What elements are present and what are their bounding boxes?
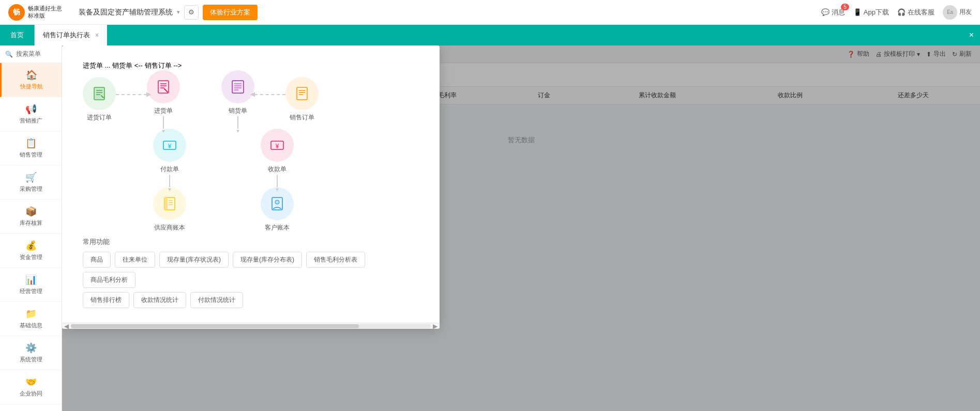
app-download-label: App下载 bbox=[864, 8, 889, 17]
flow-row3: 供应商账本 bbox=[83, 187, 419, 232]
func-btn-partner[interactable]: 往来单位 bbox=[115, 252, 155, 268]
inventory-icon: 📦 bbox=[25, 206, 37, 217]
header-middle: 装备及固定资产辅助管理系统 ▾ ⚙ 体验行业方案 bbox=[70, 5, 821, 20]
node-label-payment: 付款单 bbox=[160, 165, 179, 174]
svg-text:¥: ¥ bbox=[168, 143, 172, 150]
user-menu[interactable]: Ea 用友 bbox=[943, 5, 972, 20]
sidebar-item-inventory[interactable]: 📦 库存核算 bbox=[0, 200, 62, 234]
message-icon: 💬 bbox=[821, 8, 830, 16]
svg-point-27 bbox=[275, 200, 279, 204]
node-label-receipt: 收款单 bbox=[268, 165, 287, 174]
service-icon: 🎧 bbox=[897, 8, 906, 16]
message-badge: 5 bbox=[841, 4, 849, 10]
enterprise-icon: 🤝 bbox=[25, 376, 37, 388]
settings-button[interactable]: ⚙ bbox=[184, 5, 199, 20]
sidebar-item-sales[interactable]: 📋 销售管理 bbox=[0, 131, 62, 165]
col-supplier-ledger: 供应商账本 bbox=[153, 187, 186, 232]
col-purchase-order: 进货订单 bbox=[83, 77, 116, 122]
flow-diagram: 进货单 ... 销货单 <-- 销售订单 --> bbox=[83, 61, 419, 232]
search-menu[interactable]: 🔍 搜索菜单 bbox=[0, 45, 62, 63]
spacer-arrow bbox=[116, 129, 153, 187]
arrow-dashed-rev bbox=[254, 94, 285, 95]
node-label-customer-ledger: 客户账本 bbox=[265, 223, 290, 232]
modal-box: 进货单 ... 销货单 <-- 销售订单 --> bbox=[62, 45, 440, 329]
sidebar-item-system[interactable]: ⚙️ 系统管理 bbox=[0, 336, 62, 370]
user-initial: Ea bbox=[947, 9, 953, 15]
func-btn-payment-stats[interactable]: 付款情况统计 bbox=[190, 292, 243, 308]
scrollbar-track[interactable] bbox=[71, 324, 431, 328]
func-btn-sales-profit[interactable]: 销售毛利分析表 bbox=[306, 252, 365, 268]
func-btn-sales-ranking[interactable]: 销售排行榜 bbox=[83, 292, 129, 308]
tab-label: 销售订单执行表 bbox=[43, 31, 90, 40]
search-icon: 🔍 bbox=[5, 51, 13, 58]
modal-content: 进货单 ... 销货单 <-- 销售订单 --> bbox=[62, 45, 440, 323]
app-download-button[interactable]: 📱 App下载 bbox=[853, 8, 889, 17]
sidebar: 🔍 搜索菜单 🏠 快捷导航 📢 营销推广 📋 销售管理 🛒 采购管理 📦 库存核… bbox=[0, 45, 62, 411]
basic-info-icon: 📁 bbox=[25, 308, 37, 319]
sidebar-item-operations[interactable]: 📊 经营管理 bbox=[0, 268, 62, 302]
tab-close-button[interactable]: × bbox=[95, 32, 99, 39]
close-all-button[interactable]: × bbox=[969, 31, 974, 40]
tab-sales-order[interactable]: 销售订单执行表 × bbox=[35, 25, 107, 45]
user-label: 用友 bbox=[959, 8, 972, 17]
circle-sales-bill bbox=[221, 70, 254, 103]
func-btn-receipt-stats[interactable]: 收款情况统计 bbox=[133, 292, 186, 308]
v-arrow bbox=[237, 116, 238, 129]
sidebar-item-label: 采购管理 bbox=[20, 185, 42, 193]
sidebar-item-marketing[interactable]: 📢 营销推广 bbox=[0, 97, 62, 131]
node-label-supplier-ledger: 供应商账本 bbox=[154, 223, 185, 232]
sidebar-item-label: 基础信息 bbox=[20, 322, 42, 329]
col-payment: ¥ 付款单 bbox=[153, 129, 186, 187]
spacer-arrow2 bbox=[116, 187, 153, 232]
sidebar-item-label: 企业协同 bbox=[20, 390, 42, 398]
v-arrow bbox=[277, 175, 278, 187]
scrollbar-thumb bbox=[71, 324, 359, 328]
arrow-down-rec bbox=[277, 175, 278, 187]
arrow-down-pb bbox=[163, 116, 164, 129]
flow-row1: 进货订单 bbox=[83, 70, 419, 129]
spacer-left bbox=[83, 129, 116, 187]
sidebar-item-label: 库存核算 bbox=[20, 219, 42, 227]
sidebar-item-label: 营销推广 bbox=[20, 117, 42, 125]
quick-nav-icon: 🏠 bbox=[26, 69, 37, 81]
scroll-right-arrow[interactable]: ▶ bbox=[433, 323, 438, 329]
node-purchase-bill: 进货单 bbox=[147, 70, 180, 115]
arrow-down-pay bbox=[169, 175, 170, 187]
arrow-dashed bbox=[116, 94, 147, 95]
download-icon: 📱 bbox=[853, 8, 862, 16]
sidebar-item-beginner[interactable]: 📖 新手引导 bbox=[0, 404, 62, 411]
sidebar-item-finance[interactable]: 💰 资金管理 bbox=[0, 234, 62, 268]
modal-scrollbar[interactable]: ◀ ▶ bbox=[62, 323, 440, 329]
v-arrow bbox=[169, 175, 170, 187]
sidebar-item-label: 快捷导航 bbox=[20, 83, 43, 90]
purchase-icon: 🛒 bbox=[25, 172, 37, 183]
message-button[interactable]: 💬 5 消息 bbox=[821, 8, 845, 17]
sales-icon: 📋 bbox=[25, 138, 37, 149]
tab-home[interactable]: 首页 bbox=[0, 25, 35, 45]
system-dropdown-arrow[interactable]: ▾ bbox=[177, 9, 180, 16]
sidebar-item-quick-nav[interactable]: 🏠 快捷导航 bbox=[0, 63, 62, 97]
sidebar-item-label: 系统管理 bbox=[20, 356, 42, 363]
func-btn-inventory-dist[interactable]: 现存量(库存分布表) bbox=[233, 252, 302, 268]
scroll-left-arrow[interactable]: ◀ bbox=[64, 323, 69, 329]
online-service-button[interactable]: 🎧 在线客服 bbox=[897, 8, 934, 17]
experience-button[interactable]: 体验行业方案 bbox=[203, 5, 258, 20]
main-layout: 🔍 搜索菜单 🏠 快捷导航 📢 营销推广 📋 销售管理 🛒 采购管理 📦 库存核… bbox=[0, 45, 980, 411]
logo-icon: 畅 bbox=[8, 4, 25, 21]
content-area: ❓ 帮助 🖨 按模板打印 ▾ ⬆ 导出 ↻ 刷新 📅 ▾ 查询 bbox=[62, 45, 980, 411]
circle-receipt: ¥ bbox=[261, 129, 294, 162]
sidebar-item-basic-info[interactable]: 📁 基础信息 bbox=[0, 302, 62, 336]
func-btn-product-profit[interactable]: 商品毛利分析 bbox=[83, 272, 135, 288]
node-receipt: ¥ 收款单 bbox=[261, 129, 294, 174]
func-btn-inventory-status[interactable]: 现存量(库存状况表) bbox=[159, 252, 229, 268]
arrow-po-to-pb bbox=[116, 94, 147, 105]
svg-text:¥: ¥ bbox=[275, 143, 279, 150]
node-customer-ledger: 客户账本 bbox=[261, 187, 294, 232]
func-btn-product[interactable]: 商品 bbox=[83, 252, 111, 268]
modal-overlay: 进货单 ... 销货单 <-- 销售订单 --> bbox=[62, 45, 980, 411]
spacer-between-pay bbox=[186, 129, 261, 187]
svg-rect-8 bbox=[232, 81, 244, 93]
sidebar-item-enterprise[interactable]: 🤝 企业协同 bbox=[0, 370, 62, 404]
arrow-so-to-sb bbox=[254, 94, 285, 105]
sidebar-item-purchase[interactable]: 🛒 采购管理 bbox=[0, 165, 62, 200]
